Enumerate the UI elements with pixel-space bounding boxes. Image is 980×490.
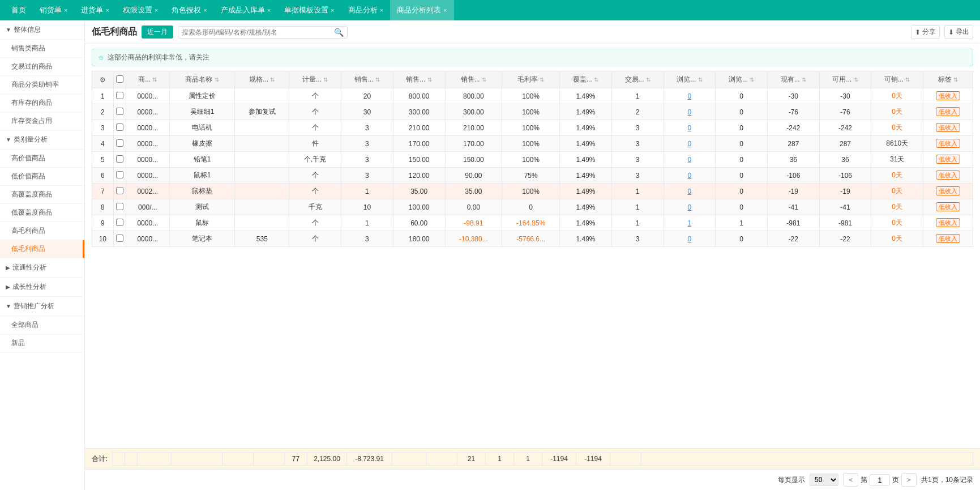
- filter-button[interactable]: 近一月: [142, 25, 173, 39]
- col-unit[interactable]: 计量... ⇅: [289, 71, 341, 88]
- col-view1[interactable]: 浏览... ⇅: [664, 71, 716, 88]
- col-current-stock[interactable]: 现有... ⇅: [767, 71, 819, 88]
- close-icon[interactable]: ×: [443, 7, 447, 14]
- sidebar-item-sales-products[interactable]: 销售类商品: [0, 40, 84, 58]
- col-gross-margin[interactable]: 毛利率 ⇅: [502, 71, 560, 88]
- sidebar-item-high-coverage[interactable]: 高覆盖度商品: [0, 186, 84, 204]
- page-input[interactable]: [870, 474, 890, 486]
- share-icon: ⬆: [915, 28, 921, 36]
- share-button[interactable]: ⬆ 分享: [911, 25, 940, 39]
- row-checkbox[interactable]: [116, 155, 123, 163]
- sidebar-item-high-margin[interactable]: 高毛利商品: [0, 222, 84, 240]
- close-icon[interactable]: ×: [331, 7, 334, 14]
- col-spec[interactable]: 规格... ⇅: [235, 71, 289, 88]
- row-sellable-days: 0天: [871, 88, 923, 104]
- col-coverage[interactable]: 覆盖... ⇅: [560, 71, 612, 88]
- nav-role-auth[interactable]: 角色授权 ×: [165, 0, 213, 20]
- close-icon[interactable]: ×: [105, 7, 109, 14]
- row-checkbox[interactable]: [116, 171, 123, 178]
- row-checkbox[interactable]: [116, 123, 123, 131]
- col-sales-amount[interactable]: 销售... ⇅: [393, 71, 445, 88]
- row-view1[interactable]: 1: [664, 215, 716, 231]
- col-view2[interactable]: 浏览... ⇅: [716, 71, 768, 88]
- nav-permission-setting[interactable]: 权限设置 ×: [116, 0, 165, 20]
- row-name: 鼠标1: [169, 168, 234, 184]
- nav-template-setting[interactable]: 单据模板设置 ×: [277, 0, 341, 20]
- row-view2: 0: [716, 120, 768, 136]
- row-checkbox[interactable]: [116, 108, 123, 115]
- select-all-checkbox[interactable]: [116, 75, 123, 83]
- sidebar-item-all-products[interactable]: 全部商品: [0, 316, 84, 334]
- sidebar-item-in-stock-products[interactable]: 有库存的商品: [0, 94, 84, 112]
- row-view1[interactable]: 0: [664, 136, 716, 152]
- close-icon[interactable]: ×: [155, 7, 158, 14]
- col-code[interactable]: 商... ⇅: [126, 71, 169, 88]
- row-view1[interactable]: 0: [664, 152, 716, 168]
- close-icon[interactable]: ×: [267, 7, 271, 14]
- table-row: 6 0000... 鼠标1 个 3 120.00 90.00 75% 1.49%…: [92, 168, 973, 184]
- col-trade-count[interactable]: 交易... ⇅: [611, 71, 664, 88]
- row-trade-count: 3: [611, 120, 664, 136]
- sidebar-item-traded-products[interactable]: 交易过的商品: [0, 58, 84, 76]
- row-view1[interactable]: 0: [664, 168, 716, 184]
- row-sellable-days: 0天: [871, 215, 923, 231]
- row-view1[interactable]: 0: [664, 88, 716, 104]
- prev-page-button[interactable]: ＜: [843, 473, 858, 487]
- close-icon[interactable]: ×: [64, 7, 67, 14]
- row-sellable-days: 0天: [871, 184, 923, 199]
- col-available-stock[interactable]: 可用... ⇅: [819, 71, 871, 88]
- row-view1[interactable]: 0: [664, 184, 716, 199]
- sidebar-item-low-margin[interactable]: 低毛利商品: [0, 240, 84, 258]
- nav-product-inbound[interactable]: 产成品入库单 ×: [214, 0, 277, 20]
- row-checkbox[interactable]: [116, 203, 123, 210]
- col-sales-profit[interactable]: 销售... ⇅: [445, 71, 502, 88]
- sidebar-item-low-value[interactable]: 低价值商品: [0, 168, 84, 186]
- col-name[interactable]: 商品名称 ⇅: [169, 71, 234, 88]
- nav-purchase-order[interactable]: 进货单 ×: [74, 0, 115, 20]
- row-view1[interactable]: 0: [664, 120, 716, 136]
- search-input[interactable]: [182, 28, 334, 36]
- col-tag[interactable]: 标签 ⇅: [923, 71, 973, 88]
- col-sales-qty[interactable]: 销售... ⇅: [341, 71, 393, 88]
- sidebar-item-stock-fund[interactable]: 库存资金占用: [0, 112, 84, 130]
- next-page-button[interactable]: ＞: [901, 473, 917, 487]
- row-checkbox[interactable]: [116, 219, 123, 226]
- row-checkbox[interactable]: [116, 235, 123, 242]
- search-icon[interactable]: 🔍: [334, 28, 344, 37]
- nav-sales-order[interactable]: 销货单 ×: [33, 0, 74, 20]
- nav-product-analysis-list[interactable]: 商品分析列表 ×: [390, 0, 453, 20]
- row-sales-amount: 300.00: [393, 104, 445, 120]
- close-icon[interactable]: ×: [203, 7, 207, 14]
- sidebar-group-category-analysis[interactable]: ▼ 类别量分析: [0, 130, 84, 150]
- sidebar-group-circulation[interactable]: ▶ 流通性分析: [0, 258, 84, 278]
- row-spec: 535: [235, 231, 289, 247]
- col-sellable-days[interactable]: 可销... ⇅: [871, 71, 923, 88]
- row-view1[interactable]: 0: [664, 231, 716, 247]
- sidebar-item-low-coverage[interactable]: 低覆盖度商品: [0, 204, 84, 222]
- sidebar-item-category-rate[interactable]: 商品分类助销率: [0, 76, 84, 94]
- footer-view2: 1: [514, 453, 542, 466]
- export-button[interactable]: ⬇ 导出: [944, 25, 973, 39]
- row-tag: 低收入: [923, 168, 973, 184]
- arrow-icon: ▶: [6, 284, 10, 290]
- close-icon[interactable]: ×: [380, 7, 383, 14]
- row-unit: 个: [289, 184, 341, 199]
- row-coverage: 1.49%: [560, 231, 612, 247]
- per-page-select[interactable]: 50 100 200: [810, 474, 838, 486]
- col-checkbox[interactable]: [113, 71, 126, 88]
- nav-home[interactable]: 首页: [5, 0, 33, 20]
- sidebar-group-overview[interactable]: ▼ 整体信息: [0, 20, 84, 40]
- table-area: ⚙ 商... ⇅ 商品名称 ⇅ 规格... ⇅ 计量... ⇅ 销售... ⇅ …: [85, 71, 980, 448]
- nav-product-analysis[interactable]: 商品分析 ×: [341, 0, 390, 20]
- sidebar-item-new-products[interactable]: 新品: [0, 334, 84, 352]
- row-view1[interactable]: 0: [664, 199, 716, 215]
- row-checkbox[interactable]: [116, 187, 123, 194]
- sidebar-group-growth[interactable]: ▶ 成长性分析: [0, 278, 84, 297]
- sidebar-item-high-value[interactable]: 高价值商品: [0, 150, 84, 168]
- row-checkbox[interactable]: [116, 139, 123, 147]
- sidebar-group-marketing[interactable]: ▼ 营销推广分析: [0, 297, 84, 316]
- row-checkbox[interactable]: [116, 92, 123, 99]
- row-view1[interactable]: 0: [664, 104, 716, 120]
- page-navigation: ＜ 第 页 ＞: [843, 473, 917, 487]
- col-settings[interactable]: ⚙: [92, 71, 114, 88]
